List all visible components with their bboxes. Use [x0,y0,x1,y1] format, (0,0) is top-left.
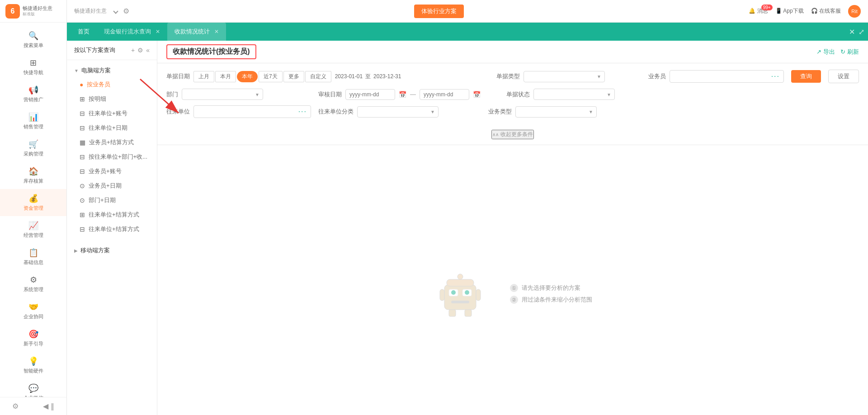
plan-add-button[interactable]: + [131,47,135,54]
tab-close-all-button[interactable]: ✕ [849,28,855,36]
sidebar-item-marketing[interactable]: 📢 营销推广 [0,80,66,108]
date-btn-this-year[interactable]: 本年 [237,71,258,82]
tab-home[interactable]: 首页 [71,23,97,41]
svg-rect-5 [451,301,469,303]
plan-header-actions: + ⚙ « [131,47,150,54]
plan-item-partner-account[interactable]: ⊟ 往来单位+账号 [67,106,157,121]
refresh-button[interactable]: ↻ 刷新 [840,48,859,56]
collapse-button[interactable]: ∧∧ 收起更多条件 [491,130,534,139]
date-btn-last-month[interactable]: 上月 [193,71,214,82]
sidebar-item-system[interactable]: ⚙ 系统管理 [0,270,66,297]
date-btn-more[interactable]: 更多 [283,71,304,82]
staff-input[interactable]: ··· [670,70,784,83]
doc-type-select[interactable] [524,71,605,82]
notification-area[interactable]: 🔔 消息 99+ [749,7,768,15]
partner-input[interactable]: ··· [193,105,311,118]
date-btn-group: 上月 本月 本年 近7天 更多 自定义 [193,71,331,82]
staff-dots[interactable]: ··· [771,72,780,80]
export-button[interactable]: ↗ 导出 [816,48,835,56]
header-gear-icon[interactable]: ⚙ [123,7,129,15]
plan-item-partner-settle2[interactable]: ⊟ 往来单位+结算方式 [67,222,157,236]
review-date-from[interactable] [345,89,395,100]
empty-hint-1: ① 请先选择要分析的方案 [510,282,592,294]
plan-section-desktop: ▼ 电脑端方案 ● 按业务员 ⊞ 按明细 ⊟ 往来单位+账号 [67,60,157,240]
plan-item-icon-10: ⊟ [80,226,85,233]
sidebar-item-guide[interactable]: 🎯 新手引导 [0,325,66,352]
settings-footer-icon[interactable]: ⚙ [12,402,19,410]
date-btn-custom[interactable]: 自定义 [305,71,331,82]
partner-type-select[interactable] [357,106,439,118]
plan-item-staff-settle[interactable]: ▦ 业务员+结算方式 [67,135,157,150]
online-service-label: 在线客服 [819,8,841,14]
plan-item-dept-date[interactable]: ⊙ 部门+日期 [67,193,157,208]
sidebar-item-operations[interactable]: 📈 经营管理 [0,216,66,243]
sidebar-item-quicknav-label: 快捷导航 [24,69,43,76]
plan-section-desktop-label: 电脑端方案 [81,66,111,75]
partner-type-field: 往来单位分类 [318,106,481,118]
review-date-calendar-icon2[interactable]: 📅 [473,91,481,98]
biz-type-select[interactable] [515,106,597,118]
sales-icon: 📊 [28,112,38,122]
filter-settings-button[interactable]: 设置 [828,70,859,83]
sidebar-item-search-label: 搜索菜单 [24,42,43,49]
sidebar-item-wechat[interactable]: 💬 企业微信 [0,379,66,397]
plan-item-label-4: 业务员+结算方式 [89,138,134,146]
plan-item-staff-account[interactable]: ⊟ 业务员+账号 [67,164,157,179]
filter-row-2: 部门 审核日期 📅 — [166,89,859,100]
sidebar-item-sales[interactable]: 📊 销售管理 [0,108,66,135]
user-avatar[interactable]: Rit [848,5,861,18]
plan-item-icon-6: ⊟ [80,168,85,175]
sidebar-item-collab[interactable]: 🤝 企业协同 [0,297,66,325]
tab-collection[interactable]: 收款情况统计 ✕ [167,23,226,41]
plan-item-detail[interactable]: ⊞ 按明细 [67,92,157,106]
review-date-calendar-icon[interactable]: 📅 [399,91,406,98]
plan-section-desktop-title[interactable]: ▼ 电脑端方案 [67,64,157,77]
tabs-bar: 首页 现金银行流水查询 ✕ 收款情况统计 ✕ ✕ ⤢ [67,23,868,41]
plan-item-staff-date[interactable]: ⊙ 业务员+日期 [67,179,157,193]
tab-maximize-button[interactable]: ⤢ [859,28,864,36]
svg-rect-6 [440,289,444,301]
plan-section-mobile-title[interactable]: ▶ 移动端方案 [67,244,157,257]
breadcrumb-dropdown-icon[interactable] [113,9,118,14]
partner-label: 往来单位 [166,108,190,116]
svg-point-11 [458,274,463,279]
tab-collection-close[interactable]: ✕ [214,28,219,35]
plan-item-partner-settle1[interactable]: ⊞ 往来单位+结算方式 [67,208,157,222]
sidebar-nav: 🔍 搜索菜单 ⊞ 快捷导航 📢 营销推广 📊 销售管理 🛒 采购管理 🏠 [0,23,66,397]
sidebar-item-hardware[interactable]: 💡 智能硬件 [0,352,66,379]
plan-settings-button[interactable]: ⚙ [137,47,143,54]
sidebar: 6 畅捷通好生意 标准版 🔍 搜索菜单 ⊞ 快捷导航 📢 营销推广 📊 销售管理 [0,0,67,415]
dept-select[interactable] [182,89,263,100]
online-service-area[interactable]: 🎧 在线客服 [811,7,841,15]
doc-type-field: 单据类型 [496,71,641,82]
trial-button[interactable]: 体验行业方案 [414,5,464,18]
app-download-area[interactable]: 📱 App下载 [775,7,804,15]
section-mobile-arrow-icon: ▶ [74,248,78,253]
tab-bank-flow[interactable]: 现金银行流水查询 ✕ [97,23,167,41]
logo-text-area: 畅捷通好生意 标准版 [23,5,52,17]
plan-item-partner-date[interactable]: ⊟ 往来单位+日期 [67,121,157,135]
plan-item-partner-dept[interactable]: ⊟ 按往来单位+部门+收... [67,150,157,164]
plan-item-icon-1: ⊞ [80,95,85,103]
doc-status-select[interactable] [533,89,615,100]
sidebar-item-base[interactable]: 📋 基础信息 [0,243,66,270]
tab-bank-flow-close[interactable]: ✕ [156,28,160,35]
query-button[interactable]: 查询 [791,70,821,83]
sidebar-item-purchase[interactable]: 🛒 采购管理 [0,135,66,162]
svg-point-3 [451,290,456,295]
sidebar-item-quicknav[interactable]: ⊞ 快捷导航 [0,53,66,80]
date-btn-7days[interactable]: 近7天 [259,71,283,82]
partner-dots[interactable]: ··· [298,108,307,116]
sidebar-item-inventory[interactable]: 🏠 库存核算 [0,162,66,189]
plan-item-by-staff[interactable]: ● 按业务员 [67,77,157,92]
plan-collapse-button[interactable]: « [146,47,150,54]
collapse-footer-icon[interactable]: ◀ ‖ [43,402,54,410]
date-to-separator: 至 [365,73,371,80]
date-btn-this-month[interactable]: 本月 [215,71,236,82]
partner-field: 往来单位 ··· [166,105,311,118]
empty-state: ① 请先选择要分析的方案 ② 用过滤条件来缩小分析范围 [157,145,868,415]
review-date-to[interactable] [420,89,469,100]
sidebar-item-finance[interactable]: 💰 资金管理 [0,189,66,216]
biz-type-select-wrapper [515,106,597,118]
sidebar-item-search[interactable]: 🔍 搜索菜单 [0,26,66,53]
